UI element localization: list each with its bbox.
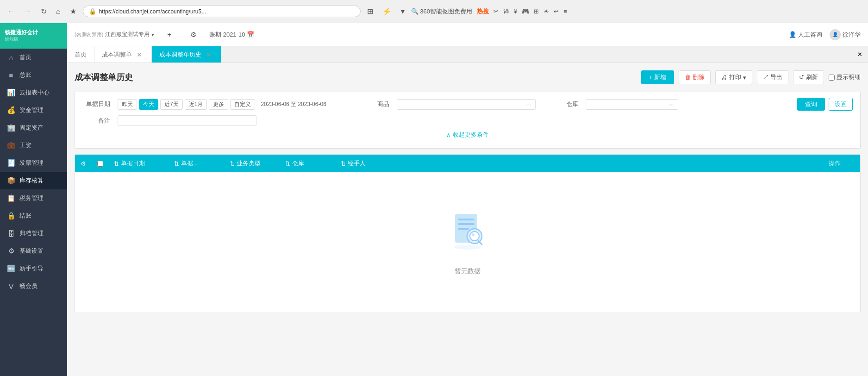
- game-tool[interactable]: 🎮: [522, 8, 529, 15]
- date-btn-more[interactable]: 更多: [209, 99, 228, 110]
- sidebar-label-home: 首页: [19, 53, 31, 62]
- main-content: (勿删勿禁用) 江西服宝测试专用 ▾ + ⚙ 账期 2021-10 📅 👤 人工…: [67, 23, 868, 376]
- sidebar-item-inventory[interactable]: 📦 库存核算: [0, 172, 67, 189]
- th-warehouse[interactable]: ⇅ 仓库: [280, 159, 335, 168]
- sidebar-label-archive: 归档管理: [19, 229, 44, 238]
- th-num[interactable]: ⇅ 单据...: [169, 159, 224, 168]
- print-button[interactable]: 🖨 打印 ▾: [715, 70, 752, 84]
- back-button[interactable]: ←: [5, 6, 18, 18]
- sidebar-item-tax[interactable]: 📋 税务管理: [0, 189, 67, 207]
- date-btn-custom[interactable]: 自定义: [230, 99, 255, 110]
- collapse-label: 收起更多条件: [453, 131, 489, 139]
- tab-cost-adjust[interactable]: 成本调整单 ✕: [94, 46, 152, 63]
- sidebar-item-invoice[interactable]: 🧾 发票管理: [0, 154, 67, 172]
- svg-point-8: [472, 233, 475, 236]
- bookmark-button[interactable]: ★: [67, 5, 79, 18]
- wallet-tool[interactable]: ¥: [514, 8, 517, 15]
- closing-icon: 🔒: [6, 212, 16, 220]
- settings-icon: ⚙: [81, 160, 86, 167]
- invoice-icon: 🧾: [6, 159, 16, 167]
- date-btn-7days[interactable]: 近7天: [160, 99, 183, 110]
- sidebar-item-closing[interactable]: 🔒 结账: [0, 207, 67, 225]
- funds-icon: 💰: [6, 106, 16, 114]
- warehouse-selector[interactable]: ···: [586, 99, 678, 110]
- sidebar-item-archive[interactable]: 🗄 归档管理: [0, 225, 67, 242]
- print-icon: 🖨: [721, 74, 727, 81]
- calendar-icon[interactable]: 📅: [247, 31, 254, 38]
- grid-tool[interactable]: ⊞: [534, 8, 539, 15]
- consult-label: 人工咨询: [798, 31, 822, 39]
- company-name: 江西服宝测试专用: [105, 31, 150, 38]
- delete-button[interactable]: 🗑 删除: [679, 70, 711, 84]
- sidebar-item-guide[interactable]: 🆕 新手引导: [0, 260, 67, 277]
- company-selector[interactable]: (勿删勿禁用) 江西服宝测试专用 ▾: [75, 31, 154, 38]
- date-btn-today[interactable]: 今天: [139, 99, 158, 110]
- date-range: 2023-06-06 至 2023-06-06: [261, 100, 326, 108]
- date-btn-yesterday[interactable]: 昨天: [118, 99, 137, 110]
- home-button[interactable]: ⌂: [53, 6, 63, 18]
- forward-button[interactable]: →: [21, 6, 34, 18]
- page-title: 成本调整单历史: [75, 72, 133, 83]
- address-bar[interactable]: 🔒 https://cloud.chanjet.com/accounting/u…: [83, 6, 361, 17]
- sidebar-item-reports[interactable]: 📊 云报表中心: [0, 84, 67, 101]
- empty-state: 暂无数据: [75, 172, 860, 313]
- sidebar-label-tax: 税务管理: [19, 194, 44, 202]
- menu-tool[interactable]: ≡: [563, 8, 567, 15]
- tab-cost-adjust-history[interactable]: 成本调整单历史 ✕: [152, 46, 221, 63]
- new-button[interactable]: + 新增: [641, 70, 674, 84]
- translate-tool[interactable]: 译: [503, 7, 509, 16]
- company-settings-button[interactable]: ⚙: [185, 28, 202, 41]
- sidebar-label-funds: 资金管理: [19, 106, 44, 114]
- query-button[interactable]: 查询: [797, 98, 825, 111]
- brightness-tool[interactable]: ☀: [543, 8, 549, 15]
- top-bar: (勿删勿禁用) 江西服宝测试专用 ▾ + ⚙ 账期 2021-10 📅 👤 人工…: [67, 23, 868, 46]
- salary-icon: 💼: [6, 141, 16, 150]
- browser-chrome: ← → ↻ ⌂ ★ 🔒 https://cloud.chanjet.com/ac…: [0, 0, 868, 23]
- sidebar-label-invoice: 发票管理: [19, 159, 44, 167]
- tab-bar-close[interactable]: ✕: [857, 51, 868, 58]
- th-date[interactable]: ⇅ 单据日期: [108, 159, 169, 168]
- sidebar-logo: 畅捷通好会计 旗舰版: [0, 23, 67, 49]
- svg-rect-4: [458, 228, 469, 230]
- sidebar-item-ledger[interactable]: ≡ 总账: [0, 66, 67, 84]
- search-tool: 🔍 360智能抠图免费用: [411, 7, 472, 16]
- tab-cost-adjust-close[interactable]: ✕: [135, 51, 144, 58]
- svg-rect-3: [458, 223, 475, 225]
- tab-cost-adjust-history-close[interactable]: ✕: [204, 51, 213, 58]
- th-type[interactable]: ⇅ 业务类型: [224, 159, 280, 168]
- sidebar-item-home[interactable]: ⌂ 首页: [0, 49, 67, 66]
- sidebar-item-vip[interactable]: V 畅会员: [0, 277, 67, 295]
- add-company-button[interactable]: +: [162, 28, 177, 41]
- sidebar-item-fixed-assets[interactable]: 🏢 固定资产: [0, 119, 67, 137]
- select-all-checkbox[interactable]: [97, 161, 103, 167]
- th-handler[interactable]: ⇅ 经手人: [335, 159, 391, 168]
- tab-home[interactable]: 首页: [67, 46, 94, 63]
- extensions-button[interactable]: ⊞: [364, 5, 376, 18]
- user-menu[interactable]: 👤 徐泽华: [830, 29, 861, 40]
- th-settings[interactable]: ⚙: [75, 160, 92, 167]
- collapse-button[interactable]: ∧ 收起更多条件: [446, 131, 489, 139]
- cut-tool[interactable]: ✂: [493, 8, 499, 15]
- sidebar-label-settings: 基础设置: [19, 247, 44, 255]
- product-selector[interactable]: ···: [397, 99, 536, 110]
- period-value: 2021-10: [223, 31, 245, 38]
- sidebar-item-settings[interactable]: ⚙ 基础设置: [0, 242, 67, 260]
- show-columns-input[interactable]: [829, 75, 835, 81]
- export-button[interactable]: ↗ 导出: [757, 70, 789, 84]
- th-checkbox[interactable]: [92, 161, 108, 167]
- filter-settings-button[interactable]: 设置: [829, 98, 853, 111]
- back-tool[interactable]: ↩: [554, 8, 559, 15]
- more-button[interactable]: ▾: [398, 5, 407, 18]
- refresh-button[interactable]: ↺ 刷新: [793, 70, 824, 84]
- refresh-button[interactable]: ↻: [38, 5, 50, 18]
- show-columns-checkbox[interactable]: 显示明细: [829, 73, 861, 81]
- sidebar-item-salary[interactable]: 💼 工资: [0, 137, 67, 154]
- print-label: 打印: [729, 73, 741, 81]
- date-btn-1month[interactable]: 近1月: [185, 99, 207, 110]
- sidebar-item-funds[interactable]: 💰 资金管理: [0, 101, 67, 119]
- tab-bar: 首页 成本调整单 ✕ 成本调整单历史 ✕ ✕: [67, 46, 868, 63]
- lightning-button[interactable]: ⚡: [380, 5, 394, 18]
- remark-input[interactable]: [118, 115, 256, 126]
- svg-rect-2: [458, 219, 475, 220]
- consult-button[interactable]: 👤 人工咨询: [789, 31, 822, 39]
